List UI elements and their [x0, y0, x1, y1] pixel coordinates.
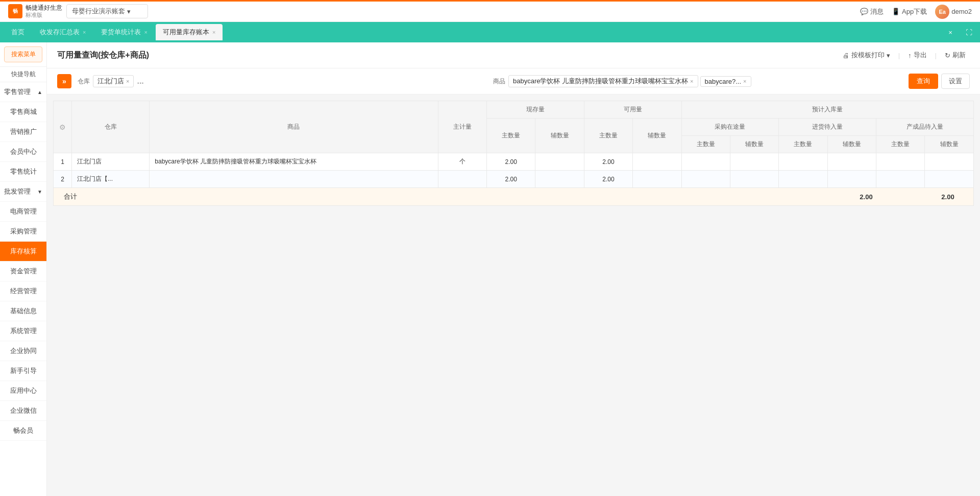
sidebar-item-retail-stats-label: 零售统计: [10, 168, 37, 175]
col-production-aux: 辅数量: [925, 136, 974, 153]
top-bar-right: 💬 消息 📱 App下载 Ea demo2: [860, 5, 972, 19]
row1-stock-main: 2.00: [486, 153, 535, 171]
product-tag-1-close[interactable]: ×: [690, 78, 693, 84]
message-label: 消息: [870, 7, 884, 16]
warehouse-tag-close[interactable]: ×: [126, 78, 129, 84]
col-stock-aux: 辅数量: [535, 119, 584, 153]
sidebar-item-member-center[interactable]: 会员中心: [0, 142, 46, 162]
template-print-label: 按模板打印: [851, 51, 885, 60]
sidebar-item-inventory[interactable]: 库存核算: [0, 242, 46, 262]
sidebar-item-enterprise-wechat[interactable]: 企业微信: [0, 401, 46, 421]
col-warehouse: 仓库: [72, 101, 150, 153]
tab-available-stock-close[interactable]: ×: [212, 29, 215, 35]
sidebar-item-system[interactable]: 系统管理: [0, 321, 46, 341]
nav-window-actions: × ⛶: [943, 25, 976, 39]
logo-text-block: 畅捷通好生意 标准版: [26, 4, 62, 19]
gear-icon[interactable]: ⚙: [59, 123, 66, 131]
warehouse-filter-more[interactable]: ...: [137, 77, 143, 86]
col-product: 商品: [150, 101, 438, 153]
row2-stock-main: 2.00: [486, 171, 535, 188]
sidebar-search-section: 搜索菜单: [0, 42, 46, 67]
sidebar-item-basic-info[interactable]: 基础信息: [0, 301, 46, 321]
sidebar-item-ecommerce[interactable]: 电商管理: [0, 202, 46, 222]
query-btn[interactable]: 查询: [909, 74, 938, 89]
message-btn[interactable]: 💬 消息: [860, 7, 884, 16]
industry-select-label: 母婴行业演示账套: [72, 7, 125, 16]
tab-home-label: 首页: [11, 28, 24, 37]
sidebar-item-member[interactable]: 畅会员: [0, 421, 46, 441]
sidebar-item-purchase-label: 采购管理: [10, 227, 37, 235]
row1-warehouse: 江北门店: [72, 153, 150, 171]
product-tag-2-close[interactable]: ×: [743, 78, 746, 84]
sidebar-item-wholesale-mgmt[interactable]: 批发管理 ▼: [0, 182, 46, 202]
row1-pa-aux: [827, 153, 876, 171]
product-tag-1: babycare学饮杯 儿童防摔防撞吸管杯重力球吸嘴杯宝宝水杯 ×: [508, 75, 698, 87]
sidebar-item-enterprise-wechat-label: 企业微信: [10, 407, 37, 414]
row2-pa-main: [779, 171, 827, 188]
sidebar-item-marketing[interactable]: 营销推广: [0, 122, 46, 142]
sidebar-item-member-label: 畅会员: [13, 427, 33, 434]
industry-select[interactable]: 母婴行业演示账套 ▾: [66, 4, 148, 18]
col-purchase-transit-aux: 辅数量: [730, 136, 778, 153]
refresh-btn[interactable]: ↻ 刷新: [941, 49, 970, 62]
tab-receipts-close[interactable]: ×: [83, 29, 86, 35]
sidebar-item-finance[interactable]: 资金管理: [0, 262, 46, 281]
row2-prod-aux: [925, 171, 974, 188]
sidebar-item-new-guide[interactable]: 新手引导: [0, 361, 46, 381]
print-icon: 🖨: [843, 52, 849, 59]
sidebar-search-btn[interactable]: 搜索菜单: [4, 46, 42, 62]
filter-expand-btn[interactable]: »: [57, 74, 71, 88]
app-download-btn[interactable]: 📱 App下载: [892, 7, 927, 16]
row2-warehouse: 江北门店【...: [72, 171, 150, 188]
sidebar-item-retail-stats[interactable]: 零售统计: [0, 162, 46, 182]
window-expand-btn[interactable]: ⛶: [962, 25, 976, 39]
table-row: 1 江北门店 babycare学饮杯 儿童防摔防撞吸管杯重力球吸嘴杯宝宝水杯 个…: [54, 153, 974, 171]
export-btn[interactable]: ↑ 导出: [904, 49, 931, 62]
col-purchase-arrival-main: 主数量: [779, 136, 827, 153]
tab-order-stats[interactable]: 要货单统计表 ×: [94, 24, 154, 40]
row2-prod-main: [876, 171, 925, 188]
avatar: Ea: [935, 5, 949, 19]
sidebar-item-operations[interactable]: 经营管理: [0, 281, 46, 301]
inventory-table: ⚙ 仓库 商品 主计量 现存量 可用量 预计入库量 主数量 辅数量 主数量 辅数…: [53, 101, 974, 188]
tab-available-stock-label: 可用量库存账本: [163, 28, 209, 37]
row1-prod-aux: [925, 153, 974, 171]
footer-stock-main: 2.00: [846, 193, 887, 201]
window-close-btn[interactable]: ×: [943, 25, 958, 39]
tab-home[interactable]: 首页: [4, 24, 32, 40]
settings-btn[interactable]: 设置: [941, 74, 970, 89]
row1-product: babycare学饮杯 儿童防摔防撞吸管杯重力球吸嘴杯宝宝水杯: [150, 153, 438, 171]
sidebar-item-app-center[interactable]: 应用中心: [0, 381, 46, 401]
tab-receipts[interactable]: 收发存汇总表 ×: [33, 24, 93, 40]
page-actions: 🖨 按模板打印 ▾ | ↑ 导出 | ↻ 刷新: [839, 49, 970, 62]
tab-order-stats-close[interactable]: ×: [144, 29, 147, 35]
top-bar: 畅 畅捷通好生意 标准版 母婴行业演示账套 ▾ 💬 消息 📱 App下载 Ea …: [0, 2, 980, 22]
col-purchase-arrival-aux: 辅数量: [827, 136, 876, 153]
row2-index: 2: [54, 171, 72, 188]
warehouse-tag-jiangbei: 江北门店 ×: [93, 75, 134, 87]
sidebar-quick-nav-btn[interactable]: 快捷导航: [0, 67, 46, 82]
col-stock-main: 主数量: [486, 119, 535, 153]
template-print-btn[interactable]: 🖨 按模板打印 ▾: [839, 49, 894, 62]
col-purchase-transit-group: 采购在途量: [681, 119, 779, 136]
sidebar-item-enterprise[interactable]: 企业协同: [0, 341, 46, 361]
username: demo2: [951, 8, 972, 15]
sidebar-item-purchase[interactable]: 采购管理: [0, 222, 46, 242]
product-tag-2-label: babycare?...: [705, 78, 742, 85]
row1-prod-main: [876, 153, 925, 171]
col-settings: ⚙: [54, 101, 72, 153]
user-area[interactable]: Ea demo2: [935, 5, 972, 19]
col-available-group: 可用量: [584, 101, 681, 119]
row2-pt-main: [681, 171, 730, 188]
divider-2: |: [935, 52, 937, 59]
tab-available-stock[interactable]: 可用量库存账本 ×: [156, 24, 223, 40]
row2-avail-aux: [633, 171, 681, 188]
sidebar-item-retail-mall-label: 零售商城: [10, 108, 37, 115]
col-avail-main: 主数量: [584, 119, 632, 153]
sidebar-item-retail-mall[interactable]: 零售商城: [0, 102, 46, 122]
sidebar-item-retail-mgmt-label: 零售管理: [4, 87, 31, 97]
sidebar-item-marketing-label: 营销推广: [10, 128, 37, 135]
row2-product: [150, 171, 438, 188]
sidebar-item-retail-mgmt[interactable]: 零售管理 ▲: [0, 82, 46, 102]
app-download-label: App下载: [902, 7, 927, 16]
